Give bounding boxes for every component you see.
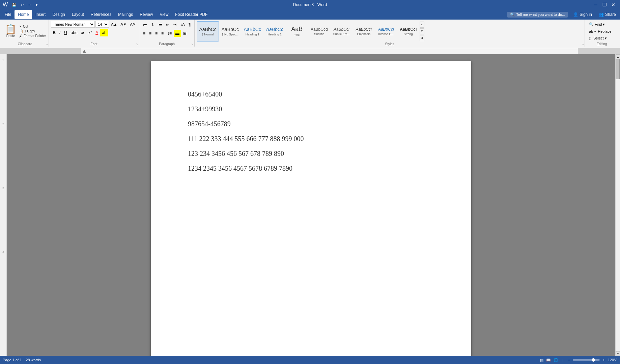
menu-item-review[interactable]: Review [136,10,156,19]
minimize-button[interactable]: ─ [592,1,600,9]
align-center-button[interactable]: ≡ [147,30,153,37]
superscript-button[interactable]: x² [87,29,93,36]
view-web[interactable]: 🌐 [554,358,558,362]
text-color-button[interactable]: A [94,29,100,36]
style-title[interactable]: AaB Title [286,21,308,41]
zoom-slider[interactable] [573,359,600,361]
paragraph-expand-icon[interactable]: ↘ [191,43,194,46]
clear-formatting-button[interactable]: A✕ [129,21,137,28]
vertical-scrollbar[interactable]: ▲ ▼ [615,54,620,356]
menu-item-layout[interactable]: Layout [68,10,87,19]
signin-button[interactable]: 👤 Sign in [570,11,595,18]
styles-more-button[interactable]: ⊞ [420,35,424,41]
doc-line-5[interactable]: 123 234 3456 456 567 678 789 890 [188,147,434,160]
style-intense-em[interactable]: AaBbCci Intense E... [375,21,397,41]
menu-item-insert[interactable]: Insert [32,10,49,19]
scroll-up-button[interactable]: ▲ [616,54,620,59]
font-expand-icon[interactable]: ↘ [136,43,138,46]
line-spacing-button[interactable]: ↕≡ [166,30,173,37]
font-label: Font [51,41,137,46]
doc-line-1[interactable]: 0456+65400 [188,88,434,100]
multilevel-button[interactable]: ☰ [157,21,164,28]
style-strong[interactable]: AaBbCcI Strong [397,21,419,41]
borders-button[interactable]: ⊞ [181,30,188,37]
styles-scroll-up[interactable]: ▲ [420,22,424,28]
share-button[interactable]: 👥 Share [596,11,619,18]
bold-button[interactable]: B [51,29,57,36]
restore-button[interactable]: ❐ [600,1,609,9]
menu-item-foxit[interactable]: Foxit Reader PDF [172,10,211,19]
copy-button[interactable]: 📋 1 Copy [19,29,47,33]
document-content[interactable]: 0456+65400 1234+99930 987654-456789 111 … [188,88,434,185]
italic-button[interactable]: I [58,29,62,36]
underline-button[interactable]: U [62,29,69,36]
undo-button[interactable]: ↩ [19,2,25,8]
doc-line-7[interactable] [188,177,434,185]
font-grow-button[interactable]: A▲ [110,21,118,28]
style-subtle-em-preview: AaBbCci [334,27,349,32]
highlight-button[interactable]: ab [100,29,108,36]
show-formatting-button[interactable]: ¶ [187,21,192,28]
save-button[interactable]: 💾 [10,2,18,8]
clipboard-expand-icon[interactable]: ↘ [46,43,48,46]
style-subtitle[interactable]: AaBbCcd Subtitle [308,21,330,41]
increase-indent-button[interactable]: ⇥ [171,21,178,28]
menu-item-file[interactable]: File [1,10,15,19]
numbering-button[interactable]: ⒈ [149,21,157,28]
align-right-button[interactable]: ≡ [153,30,159,37]
style-no-spacing[interactable]: AaBbCc ¶ No Spac... [219,21,241,41]
close-button[interactable]: ✕ [609,1,617,9]
bullets-button[interactable]: ≔ [141,21,149,28]
styles-scroll-down[interactable]: ▼ [420,28,424,34]
menu-item-mailings[interactable]: Mailings [115,10,136,19]
justify-button[interactable]: ≡ [160,30,165,37]
style-normal[interactable]: AaBbCc ¶ Normal [197,21,219,41]
doc-line-4[interactable]: 111 222 333 444 555 666 777 888 999 000 [188,133,434,145]
ruler-content[interactable] [81,48,578,54]
align-left-button[interactable]: ≡ [141,30,147,37]
zoom-out-button[interactable]: − [567,358,570,363]
subscript-button[interactable]: x₂ [79,29,86,36]
menu-item-home[interactable]: Home [15,10,32,19]
zoom-in-button[interactable]: + [602,358,605,363]
search-placeholder: Tell me what you want to do... [516,12,565,17]
style-heading1[interactable]: AaBbCc Heading 1 [242,21,263,41]
ribbon-group-paragraph: ≔ ⒈ ☰ ⇤ ⇥ ↕A ¶ ≡ ≡ ≡ ≡ ↕≡ ▬ ⊞ [139,20,195,47]
paste-button[interactable]: 📋 Paste [3,24,18,38]
font-name-select[interactable]: Times New Roman [51,21,95,28]
menu-item-references[interactable]: References [87,10,115,19]
doc-line-3[interactable]: 987654-456789 [188,118,434,130]
view-print-layout[interactable]: ▤ [540,358,543,362]
style-subtle-em[interactable]: AaBbCci Subtle Em... [331,21,353,41]
menu-bar: File Home Insert Design Layout Reference… [0,9,620,20]
customize-qat-button[interactable]: ▼ [33,2,40,7]
styles-expand-icon[interactable]: ↘ [582,43,584,46]
sort-button[interactable]: ↕A [178,21,187,28]
style-emphasis[interactable]: AaBbCci Emphasis [353,21,375,41]
document-page[interactable]: 0456+65400 1234+99930 987654-456789 111 … [151,61,471,356]
shading-button[interactable]: ▬ [174,30,181,37]
scroll-down-button[interactable]: ▼ [616,351,620,356]
format-painter-button[interactable]: 🖌 Format Painter [19,34,47,38]
doc-line-2[interactable]: 1234+99930 [188,103,434,115]
cut-button[interactable]: ✂ Cut [19,24,47,29]
doc-line-6[interactable]: 1234 2345 3456 4567 5678 6789 7890 [188,162,434,174]
menu-item-view[interactable]: View [157,10,172,19]
select-button[interactable]: ⬚ Select ▾ [587,35,614,41]
scroll-track[interactable] [616,59,620,351]
menu-item-design[interactable]: Design [49,10,68,19]
zoom-level[interactable]: 120% [608,358,617,362]
font-shrink-button[interactable]: A▼ [119,21,128,28]
view-read-mode[interactable]: 📖 [546,358,551,362]
tell-me-search[interactable]: 🔍 Tell me what you want to do... [507,12,568,18]
strikethrough-button[interactable]: abc [69,29,79,36]
document-canvas[interactable]: 0456+65400 1234+99930 987654-456789 111 … [7,54,615,356]
decrease-indent-button[interactable]: ⇤ [164,21,171,28]
scroll-thumb[interactable] [616,59,620,79]
redo-button[interactable]: ↪ [26,2,32,8]
replace-button[interactable]: ab→ Replace [587,29,614,34]
find-button[interactable]: 🔍 Find ▾ [587,22,614,27]
font-size-select[interactable]: 14 [95,21,109,28]
ribbon-group-styles: AaBbCc ¶ Normal AaBbCc ¶ No Spac... AaBb… [195,20,585,47]
style-heading2[interactable]: AaBbCc Heading 2 [264,21,286,41]
